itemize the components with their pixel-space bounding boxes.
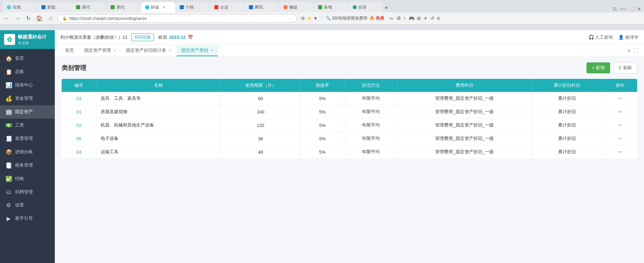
cell-code-4[interactable]: 04 — [62, 145, 96, 159]
browser-tab-yidai1[interactable]: 易代 — [72, 2, 106, 12]
edit-icon-1[interactable]: ✏ — [618, 109, 622, 115]
browser-tab-changtí[interactable]: 畅提 — [279, 2, 314, 12]
tab-home[interactable]: 首页 — [60, 45, 79, 56]
back-button[interactable]: ← — [3, 15, 11, 22]
dropdown-icon[interactable]: ▼ — [313, 16, 318, 21]
grid-icon[interactable]: ⊞ — [417, 16, 421, 21]
cell-action-2[interactable]: ✏ — [603, 119, 637, 132]
tab-favicon — [145, 5, 149, 9]
browser-tab-online[interactable]: 在线 — [3, 2, 37, 12]
refresh-button[interactable]: C 刷新 — [614, 62, 637, 73]
sidebar-item-closing[interactable]: ✅ 结账 — [0, 172, 55, 186]
new-tab-button[interactable]: + — [383, 4, 390, 12]
sidebar-item-funds[interactable]: 💰 资金管理 — [0, 92, 55, 105]
tab-label: 各地 — [324, 4, 332, 10]
sidebar-item-tax[interactable]: 📑 税务管理 — [0, 159, 55, 172]
bookmark-button[interactable]: ☆ — [47, 14, 54, 22]
brightness-icon[interactable]: ☀ — [424, 16, 428, 21]
hot-badge: 🔥 热搜 — [369, 15, 384, 21]
switch-version-button[interactable]: 切到旧版 — [131, 33, 154, 41]
col-header-method: 折旧方法 — [344, 79, 397, 92]
sidebar-item-inventory[interactable]: 📦 进销台账 — [0, 145, 55, 159]
table-row: 03 器具、工具、家具等 60 5% 年限平均 管理费用_固定资产折旧_一级 累… — [62, 92, 637, 105]
period-info: 账期 2023-12 📅 — [158, 34, 193, 40]
sidebar-item-settings[interactable]: ⚙ 设置 — [0, 199, 55, 212]
maximize-icon[interactable]: ⬜ — [629, 6, 634, 12]
coin-icon[interactable]: ¥ — [404, 16, 406, 21]
edit-icon-0[interactable]: ✏ — [618, 96, 622, 101]
cell-accum-0: 累计折旧 — [532, 92, 603, 105]
logo-text: 畅捷通好会计 专业版 — [18, 34, 47, 46]
add-button[interactable]: + 新增 — [586, 62, 610, 73]
header-left: 刘小艳演示系套（勿删勿动！）11 切到旧版 账期 2023-12 📅 — [60, 33, 193, 41]
cell-method-1: 年限平均 — [344, 105, 397, 119]
sidebar-item-fixed-assets[interactable]: 🏢 固定资产 — [0, 105, 55, 119]
browser-tab-haohui[interactable]: 好会 ✕ — [141, 2, 175, 12]
col-header-code: 编号 — [62, 79, 96, 92]
consult-button[interactable]: 🎧 人工咨询 — [589, 34, 613, 40]
browser-tab-geshui[interactable]: 个税 — [176, 2, 210, 12]
logo-icon: 会 — [4, 34, 15, 45]
sidebar-item-payroll[interactable]: 💵 工资 — [0, 119, 55, 132]
translate-icon[interactable]: 译 — [396, 15, 401, 22]
sidebar-item-reports[interactable]: 📊 报表中心 — [0, 79, 55, 92]
tab-close-category[interactable]: × — [211, 48, 213, 52]
game-icon[interactable]: 🎮 — [409, 16, 414, 21]
menu-icon[interactable]: ≡ — [437, 15, 440, 22]
forward-button[interactable]: → — [14, 15, 22, 22]
edit-icon-3[interactable]: ✏ — [618, 136, 622, 141]
cell-code-1[interactable]: 01 — [62, 105, 96, 119]
tab-close-icon[interactable]: ✕ — [162, 5, 165, 10]
col-header-accum: 累计折旧科目 — [532, 79, 603, 92]
sidebar-item-guide[interactable]: ▶ 新手引导 — [0, 212, 55, 225]
tab-fixed-asset-category[interactable]: 固定资产类别 × — [177, 45, 218, 56]
tab-controls: ✕ ⛶ — [627, 48, 639, 53]
tab-favicon — [249, 5, 253, 9]
home-button[interactable]: 🏠 — [35, 14, 44, 22]
close-icon[interactable]: ✕ — [637, 6, 641, 12]
tab-close-fixed-asset-mgmt[interactable]: × — [114, 48, 116, 52]
sidebar-item-invoices[interactable]: 🧾 发票管理 — [0, 132, 55, 145]
tab-close-depreciation-table[interactable]: × — [169, 48, 171, 52]
settings-icon[interactable]: ⚙ — [301, 16, 305, 21]
browser-tab-muqian[interactable]: 目前 — [349, 2, 383, 12]
tab-favicon — [41, 5, 46, 9]
cell-residual-0: 5% — [300, 92, 344, 105]
cell-action-4[interactable]: ✏ — [603, 145, 637, 159]
tab-close-window-icon[interactable]: ✕ — [627, 48, 631, 53]
col-header-expense: 费用科目 — [397, 79, 531, 92]
tab-fixed-asset-management[interactable]: 固定资产管理 × — [79, 45, 121, 56]
cell-code-2[interactable]: 02 — [62, 119, 96, 132]
cell-action-3[interactable]: ✏ — [603, 132, 637, 145]
cell-residual-1: 5% — [300, 105, 344, 119]
address-bar-input[interactable]: 🔒 https://cloud.chanjet.com/accounting/u… — [57, 14, 297, 23]
tab-label: 目前 — [358, 4, 367, 10]
tab-fixed-asset-depreciation-table[interactable]: 固定资产折旧统计表 × — [121, 45, 176, 56]
cell-action-0[interactable]: ✏ — [603, 92, 637, 105]
browser-tab-tengxun[interactable]: 腾讯 — [245, 2, 279, 12]
calendar-icon[interactable]: 📅 — [188, 35, 193, 40]
edit-icon-4[interactable]: ✏ — [618, 149, 622, 155]
scissors-icon[interactable]: ✂ — [390, 16, 394, 21]
cell-action-1[interactable]: ✏ — [603, 105, 637, 119]
browser-tab-gedi[interactable]: 各地 — [314, 2, 348, 12]
browser-tab-qiye[interactable]: 企业 — [210, 2, 244, 12]
cell-accum-2: 累计折旧 — [532, 119, 603, 132]
browser-tab-yidai2[interactable]: 易代 — [106, 2, 141, 12]
sidebar-item-home[interactable]: 🏠 首页 — [0, 52, 55, 65]
browser-tab-new[interactable]: 新版 — [37, 2, 72, 12]
sidebar-item-general-ledger[interactable]: 📋 总账 — [0, 65, 55, 79]
tab-label: 在线 — [13, 4, 21, 10]
edit-icon-2[interactable]: ✏ — [618, 122, 622, 128]
lightning-icon[interactable]: ⚡ — [306, 16, 312, 21]
history-icon[interactable]: ↺ — [430, 16, 434, 21]
minimize-icon[interactable]: — — [620, 5, 626, 12]
reload-button[interactable]: ↻ — [25, 14, 32, 22]
cell-residual-4: 5% — [300, 145, 344, 159]
app-header: 刘小艳演示系套（勿删勿动！）11 切到旧版 账期 2023-12 📅 🎧 人工咨… — [55, 30, 644, 45]
sidebar-item-archive[interactable]: 🗂 归档管理 — [0, 186, 55, 199]
tab-expand-icon[interactable]: ⛶ — [634, 48, 639, 53]
cell-code-3[interactable]: 05 — [62, 132, 96, 145]
cell-code-0[interactable]: 03 — [62, 92, 96, 105]
user-avatar[interactable]: 👤 徐泽华 — [618, 34, 639, 40]
